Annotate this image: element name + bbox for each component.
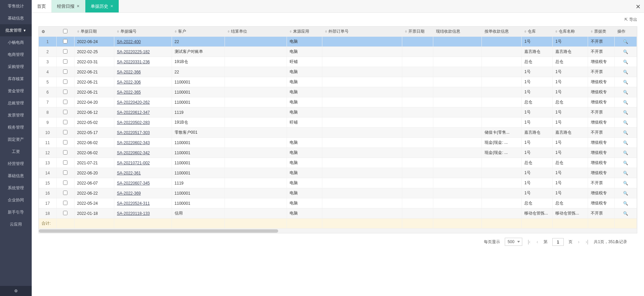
row-check[interactable] <box>57 118 75 128</box>
row-checkbox[interactable] <box>63 211 67 215</box>
sidebar-item-0[interactable]: 零售统计 <box>0 0 32 12</box>
row-check[interactable] <box>57 158 75 168</box>
first-page-icon[interactable]: ǀ‹ <box>527 239 531 244</box>
row-checkbox[interactable] <box>63 100 67 104</box>
sidebar-item-8[interactable]: 总账管理 <box>0 97 32 109</box>
doc-link[interactable]: SA-2022-400 <box>117 39 141 44</box>
row-check[interactable] <box>57 67 75 77</box>
row-check[interactable] <box>57 37 75 47</box>
row-checkbox[interactable] <box>63 150 67 155</box>
row-checkbox[interactable] <box>63 170 67 175</box>
row-checkbox[interactable] <box>63 191 67 195</box>
doc-link[interactable]: SA-20210721-002 <box>117 161 150 165</box>
row-checkbox[interactable] <box>63 180 67 185</box>
magnify-icon[interactable]: 🔍 <box>623 120 628 125</box>
close-icon[interactable]: ✕ <box>110 4 113 8</box>
table-row[interactable]: 142022-06-20SA-2022-3611100001电脑1号1号增值税专… <box>39 168 637 178</box>
row-check[interactable] <box>57 208 75 219</box>
row-checkbox[interactable] <box>63 130 67 134</box>
magnify-icon[interactable]: 🔍 <box>623 60 628 64</box>
sidebar-item-5[interactable]: 采购管理 <box>0 61 32 73</box>
doc-link[interactable]: SA-20220612-347 <box>117 110 150 115</box>
doc-link[interactable]: SA-2022-361 <box>117 171 141 175</box>
sidebar-item-1[interactable]: 基础信息 <box>0 12 32 24</box>
sidebar-item-9[interactable]: 发票管理 <box>0 109 32 121</box>
col-wh[interactable]: 仓库 <box>522 27 553 37</box>
row-checkbox[interactable] <box>63 79 67 84</box>
row-check[interactable] <box>57 198 75 208</box>
table-row[interactable]: 102022-05-17SA-20220517-303零散客户001储值卡(零售… <box>39 128 637 138</box>
sidebar-item-12[interactable]: 工资 <box>0 145 32 158</box>
magnify-icon[interactable]: 🔍 <box>623 39 628 44</box>
tab-0[interactable]: 首页 <box>32 0 52 12</box>
sidebar-item-7[interactable]: 资金管理 <box>0 85 32 97</box>
sidebar-item-15[interactable]: 系统管理 <box>0 182 32 194</box>
table-row[interactable]: 152022-06-07SA-20220607-3451119电脑1号1号不开票… <box>39 178 637 188</box>
doc-link[interactable]: SA-20220602-342 <box>117 151 150 155</box>
doc-link[interactable]: SA-2022-366 <box>117 70 141 74</box>
doc-link[interactable]: SA-20220517-303 <box>117 130 150 135</box>
row-check[interactable] <box>57 77 75 87</box>
magnify-icon[interactable]: 🔍 <box>623 50 628 54</box>
doc-link[interactable]: SA-20220502-283 <box>117 120 150 125</box>
col-src[interactable]: 来源应用 <box>287 27 322 37</box>
per-page-select[interactable]: 500 <box>505 238 522 246</box>
col-code[interactable]: 单据编号 <box>114 27 172 37</box>
row-checkbox[interactable] <box>63 120 67 124</box>
table-row[interactable]: 72022-04-20SA-20220420-2621100001电脑总仓总仓增… <box>39 97 637 107</box>
magnify-icon[interactable]: 🔍 <box>623 181 628 186</box>
sidebar-item-2[interactable]: 批发管理▼ <box>0 24 32 36</box>
table-row[interactable]: 82022-06-12SA-20220612-3471119电脑1号1号不开票🔍 <box>39 107 637 118</box>
magnify-icon[interactable]: 🔍 <box>623 130 628 135</box>
close-icon[interactable]: ✕ <box>77 4 80 8</box>
next-page-icon[interactable]: › <box>577 239 580 244</box>
doc-link[interactable]: SA-2022-365 <box>117 90 141 95</box>
sidebar-item-3[interactable]: 小畅电商 <box>0 36 32 48</box>
row-checkbox[interactable] <box>63 160 67 165</box>
scrollbar-thumb[interactable] <box>39 229 278 233</box>
col-whn[interactable]: 仓库名称 <box>553 27 588 37</box>
col-inv[interactable]: 开票日期 <box>402 27 433 37</box>
magnify-icon[interactable]: 🔍 <box>623 191 628 196</box>
sidebar-item-6[interactable]: 库存核算 <box>0 73 32 85</box>
col-cust[interactable]: 客户 <box>172 27 225 37</box>
doc-link[interactable]: SA-20220420-262 <box>117 100 150 105</box>
select-all-checkbox[interactable] <box>63 29 67 33</box>
close-all-tabs-icon[interactable]: ✕ <box>636 3 641 10</box>
magnify-icon[interactable]: 🔍 <box>623 100 628 105</box>
sidebar-item-11[interactable]: 固定资产 <box>0 133 32 145</box>
magnify-icon[interactable]: 🔍 <box>623 80 628 85</box>
table-row[interactable]: 22022-02-25SA-20220225-182测试客户对账单电脑嘉言路仓嘉… <box>39 47 637 57</box>
row-checkbox[interactable] <box>63 140 67 144</box>
row-check[interactable] <box>57 107 75 118</box>
sidebar-item-13[interactable]: 经营管理 <box>0 158 32 170</box>
row-checkbox[interactable] <box>63 59 67 64</box>
doc-link[interactable]: SA-20220118-133 <box>117 211 150 216</box>
row-check[interactable] <box>57 47 75 57</box>
row-check[interactable] <box>57 188 75 198</box>
row-checkbox[interactable] <box>63 110 67 114</box>
sidebar-item-10[interactable]: 税务管理 <box>0 121 32 133</box>
row-checkbox[interactable] <box>63 49 67 54</box>
table-row[interactable]: 122022-06-02SA-20220602-3421100001电脑现金(现… <box>39 148 637 158</box>
magnify-icon[interactable]: 🔍 <box>623 110 628 115</box>
doc-link[interactable]: SA-20220331-236 <box>117 60 150 64</box>
magnify-icon[interactable]: 🔍 <box>623 70 628 74</box>
magnify-icon[interactable]: 🔍 <box>623 161 628 165</box>
prev-page-icon[interactable]: ‹ <box>536 239 539 244</box>
table-row[interactable]: 52022-06-21SA-2022-3061100001电脑1号1号增值税专🔍 <box>39 77 637 87</box>
sidebar-item-14[interactable]: 基础信息 <box>0 170 32 182</box>
doc-link[interactable]: SA-20220225-182 <box>117 50 150 54</box>
row-check[interactable] <box>57 128 75 138</box>
table-row[interactable]: 32022-03-31SA-20220331-236191B仓旺铺总仓总仓增值税… <box>39 57 637 67</box>
last-page-icon[interactable]: ›ǀ <box>585 239 589 244</box>
row-check[interactable] <box>57 168 75 178</box>
magnify-icon[interactable]: 🔍 <box>623 171 628 175</box>
table-row[interactable]: 92022-05-02SA-20220502-283191B仓旺铺1号1号增值税… <box>39 118 637 128</box>
table-row[interactable]: 172022-05-24SA-20220524-3111100001电脑总仓总仓… <box>39 198 637 208</box>
table-row[interactable]: 162022-06-22SA-2022-3691100001电脑1号1号增值税专… <box>39 188 637 198</box>
row-check[interactable] <box>57 97 75 107</box>
row-check[interactable] <box>57 178 75 188</box>
row-checkbox[interactable] <box>63 90 67 94</box>
doc-link[interactable]: SA-2022-369 <box>117 191 141 196</box>
